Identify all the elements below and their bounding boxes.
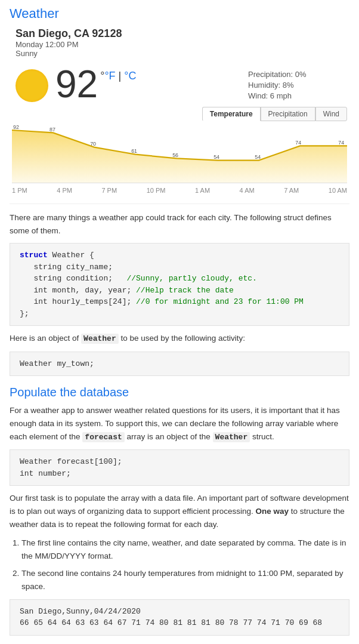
section2-paragraph: For a weather app to answer weather rela… — [10, 404, 349, 443]
format-list: The first line contains the city name, w… — [21, 537, 349, 593]
object-decl-block: Weather my_town; — [10, 352, 349, 377]
list-item-2: The second line contains 24 hourly tempe… — [21, 567, 349, 593]
object-intro-text: Here is an object of Weather to be used … — [10, 332, 349, 346]
page-title: Weather — [10, 6, 349, 21]
svg-text:54: 54 — [213, 153, 219, 161]
tab-temperature[interactable]: Temperature — [202, 107, 261, 121]
one-way-bold: One way — [256, 507, 289, 516]
humidity-stat: Humidity: 8% — [248, 81, 349, 90]
svg-text:70: 70 — [90, 140, 96, 147]
functions-paragraph: To help organize the code for a large pr… — [10, 642, 349, 644]
intro-paragraph: There are many things a weather app coul… — [10, 211, 349, 237]
section2-heading: Populate the database — [10, 386, 349, 399]
tab-precipitation[interactable]: Precipitation — [261, 107, 315, 121]
weather-condition: Sunny — [16, 49, 349, 58]
chart-time-labels: 1 PM 4 PM 7 PM 10 PM 1 AM 4 AM 7 AM 10 A… — [10, 186, 349, 194]
location-block: San Diego, CA 92128 Monday 12:00 PM Sunn… — [10, 27, 349, 58]
time-label-4: 10 PM — [147, 187, 166, 194]
temp-unit: °°F | °C — [100, 70, 136, 82]
wind-stat: Wind: 6 mph — [248, 91, 349, 100]
time-label-1: 1 PM — [12, 187, 27, 194]
array-code-block: Weather forecast[100]; int number; — [10, 449, 349, 486]
precipitation-stat: Precipitation: 0% — [248, 70, 349, 79]
city-name: San Diego, CA 92128 — [16, 27, 349, 40]
svg-text:92: 92 — [13, 124, 19, 130]
forecast-keyword: forecast — [82, 432, 124, 442]
temperature-display: 92 °°F | °C — [55, 65, 136, 103]
svg-text:54: 54 — [255, 153, 261, 161]
time-label-6: 4 AM — [240, 187, 255, 194]
temperature-chart: 92 87 70 61 56 54 54 74 74 — [12, 124, 347, 183]
time-label-2: 4 PM — [57, 187, 72, 194]
fahrenheit-link[interactable]: °F — [104, 70, 115, 82]
date-time: Monday 12:00 PM — [16, 40, 349, 49]
svg-text:87: 87 — [49, 126, 55, 133]
svg-text:56: 56 — [172, 152, 178, 159]
weather-keyword-1: Weather — [81, 334, 119, 344]
weather-stats: Precipitation: 0% Humidity: 8% Wind: 6 m… — [248, 65, 349, 102]
svg-marker-0 — [12, 130, 347, 183]
list-item-1: The first line contains the city name, w… — [21, 537, 349, 562]
svg-text:74: 74 — [338, 139, 344, 146]
svg-text:74: 74 — [295, 139, 301, 146]
struct-code-block: struct Weather { string city_name; strin… — [10, 243, 349, 326]
chart-tabs: Temperature Precipitation Wind — [10, 107, 349, 121]
sun-icon — [16, 69, 48, 102]
sample-data-block: San Diego,Sunny,04/24/2020 66 65 64 64 6… — [10, 599, 349, 636]
temp-value: 92 — [55, 65, 98, 103]
task-paragraph: Our first task is to populate the array … — [10, 492, 349, 531]
svg-text:61: 61 — [131, 147, 137, 155]
time-label-5: 1 AM — [195, 187, 210, 194]
weather-keyword-2: Weather — [213, 432, 250, 442]
time-label-8: 10 AM — [329, 187, 347, 194]
time-label-7: 7 AM — [284, 187, 299, 194]
time-label-3: 7 PM — [101, 187, 117, 194]
divider-1 — [10, 204, 349, 204]
tab-wind[interactable]: Wind — [315, 107, 347, 121]
celsius-link[interactable]: °C — [124, 70, 136, 82]
